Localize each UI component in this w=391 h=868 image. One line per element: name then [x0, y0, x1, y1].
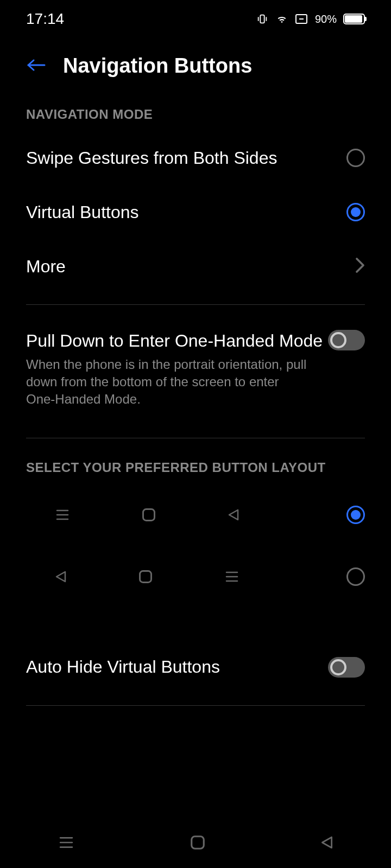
home-icon — [141, 507, 156, 522]
option-virtual-buttons[interactable]: Virtual Buttons — [0, 185, 391, 239]
section-layout-label: SELECT YOUR PREFERRED BUTTON LAYOUT — [0, 438, 391, 484]
svg-rect-20 — [192, 837, 204, 849]
option-label: Auto Hide Virtual Buttons — [26, 657, 328, 677]
option-label: More — [26, 257, 355, 277]
system-navbar — [0, 819, 391, 868]
option-label: Swipe Gestures from Both Sides — [26, 148, 346, 168]
radio-selected-icon — [346, 506, 365, 524]
status-bar: 17:14 90% — [0, 0, 391, 38]
header: Navigation Buttons — [0, 38, 391, 88]
back-triangle-icon — [227, 507, 240, 522]
svg-rect-10 — [143, 509, 155, 520]
svg-marker-12 — [56, 572, 65, 582]
power-saver-icon — [295, 14, 308, 24]
wifi-icon — [275, 13, 289, 25]
recents-icon — [224, 570, 240, 583]
option-label: Pull Down to Enter One-Handed Mode — [26, 330, 328, 353]
battery-percent: 90% — [315, 13, 337, 25]
recents-icon — [54, 508, 71, 521]
divider — [26, 705, 365, 706]
nav-home-button[interactable] — [190, 834, 206, 853]
battery-icon — [343, 14, 365, 24]
back-triangle-icon — [54, 569, 67, 584]
option-one-handed-mode[interactable]: Pull Down to Enter One-Handed Mode When … — [0, 305, 391, 427]
status-right: 90% — [256, 13, 365, 25]
svg-rect-0 — [260, 15, 264, 23]
layout-preview — [54, 507, 240, 522]
status-time: 17:14 — [26, 10, 64, 28]
back-arrow-icon[interactable] — [26, 57, 46, 75]
page-title: Navigation Buttons — [63, 54, 252, 78]
toggle-off-icon[interactable] — [328, 330, 365, 350]
svg-rect-13 — [140, 571, 152, 582]
svg-marker-11 — [229, 510, 238, 520]
vibrate-icon — [256, 13, 268, 25]
layout-preview — [54, 569, 240, 584]
section-nav-mode-label: NAVIGATION MODE — [0, 88, 391, 131]
option-more[interactable]: More — [0, 239, 391, 293]
toggle-off-icon[interactable] — [328, 657, 365, 678]
radio-selected-icon — [346, 203, 365, 221]
option-swipe-gestures[interactable]: Swipe Gestures from Both Sides — [0, 131, 391, 185]
nav-back-button[interactable] — [320, 834, 334, 853]
home-icon — [138, 569, 153, 584]
option-label: Virtual Buttons — [26, 202, 346, 222]
radio-icon — [346, 567, 365, 586]
radio-icon — [346, 149, 365, 167]
option-auto-hide[interactable]: Auto Hide Virtual Buttons — [0, 640, 391, 694]
layout-option-2[interactable] — [0, 546, 391, 608]
svg-marker-21 — [322, 837, 331, 848]
layout-option-1[interactable] — [0, 484, 391, 546]
option-description: When the phone is in the portrait orient… — [26, 356, 308, 409]
chevron-right-icon — [355, 257, 365, 276]
nav-recents-button[interactable] — [57, 835, 75, 852]
